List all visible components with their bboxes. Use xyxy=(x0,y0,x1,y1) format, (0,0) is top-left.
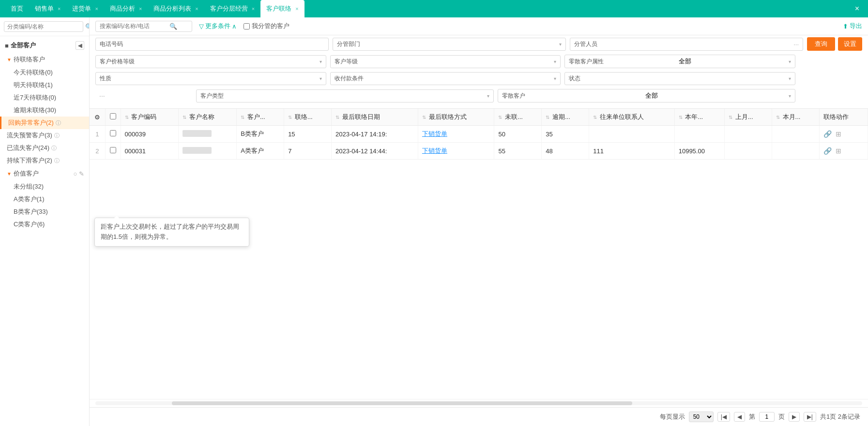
filter-customer-type[interactable]: 客户类型 ▾ xyxy=(196,89,494,103)
total-label: 共1页 2条记录 xyxy=(820,412,860,421)
sidebar-collapse-btn[interactable]: ◀ xyxy=(76,41,84,50)
th-name-sort-icon[interactable]: ⇅ xyxy=(183,115,186,120)
th-code-sort-icon[interactable]: ⇅ xyxy=(125,115,129,120)
my-customers-checkbox[interactable]: 我分管的客户 xyxy=(244,22,289,30)
filter-customer-grade-label: 客户等级 xyxy=(335,58,552,66)
nav-purchase[interactable]: 进货单 × xyxy=(66,0,104,17)
prev-page-btn[interactable]: ◀ xyxy=(734,412,745,422)
th-unlink-sort-icon[interactable]: ⇅ xyxy=(498,115,502,120)
sidebar-item-class-a[interactable]: A类客户(1) xyxy=(0,193,89,206)
sidebar-all-customers[interactable]: ■ 全部客户 ◀ xyxy=(0,38,89,53)
per-page-select[interactable]: 50 20 100 xyxy=(689,411,714,422)
select-all-checkbox[interactable] xyxy=(110,113,116,119)
td-method-link-0[interactable]: 下销货单 xyxy=(422,130,447,137)
td-method-1[interactable]: 下销货单 xyxy=(418,143,494,160)
row-checkbox-1[interactable] xyxy=(110,147,116,153)
last-page-btn[interactable]: ▶| xyxy=(804,412,816,422)
filter-manager[interactable]: 分管人员 ··· xyxy=(570,38,803,51)
sidebar-item-repurchase-abnormal[interactable]: 回购异常客户(2) ⓘ xyxy=(0,117,89,129)
nav-product-list-close[interactable]: × xyxy=(195,0,198,17)
nav-product-analysis[interactable]: 商品分析 × xyxy=(104,0,148,17)
sidebar-item-ungroup[interactable]: 未分组(32) xyxy=(0,180,89,193)
th-year-sort-icon[interactable]: ⇅ xyxy=(679,115,683,120)
nav-product-list[interactable]: 商品分析列表 × xyxy=(148,0,204,17)
nav-purchase-label: 进货单 xyxy=(72,0,91,17)
td-thismonth-0 xyxy=(772,126,819,143)
filter-more-conditions[interactable]: ▽ 更多条件 ∧ xyxy=(196,20,240,32)
info-icon-churn-warning: ⓘ xyxy=(54,132,60,139)
action-grid-icon-0[interactable]: ⊞ xyxy=(836,130,841,138)
td-overdue-0: 35 xyxy=(542,126,589,143)
sidebar-item-today[interactable]: 今天待联络(0) xyxy=(0,66,89,79)
th-method-sort-icon[interactable]: ⇅ xyxy=(422,115,426,120)
export-button[interactable]: ⬆ 导出 xyxy=(843,22,862,30)
next-page-btn[interactable]: ▶ xyxy=(789,412,800,422)
row-checkbox-0[interactable] xyxy=(110,130,116,136)
settings-button[interactable]: 设置 xyxy=(838,37,862,51)
action-link-icon-0[interactable]: 🔗 xyxy=(823,130,832,138)
sidebar-item-churn-warning[interactable]: 流失预警客户(3) ⓘ xyxy=(0,129,89,142)
sidebar-item-declining[interactable]: 持续下滑客户(2) ⓘ xyxy=(0,154,89,167)
sidebar-item-7days[interactable]: 近7天待联络(0) xyxy=(0,91,89,104)
action-grid-icon-1[interactable]: ⊞ xyxy=(836,147,841,155)
sidebar-search-input[interactable] xyxy=(4,21,83,32)
sidebar-item-overdue[interactable]: 逾期未联络(30) xyxy=(0,104,89,117)
action-icons-1: 🔗 ⊞ xyxy=(823,147,864,155)
sidebar-pending-title[interactable]: ▼ 待联络客户 xyxy=(0,53,89,66)
sidebar-item-churned[interactable]: 已流失客户(24) ⓘ xyxy=(0,142,89,154)
td-index-1: 2 xyxy=(90,143,105,160)
th-contact-sort-icon[interactable]: ⇅ xyxy=(288,115,292,120)
td-method-0[interactable]: 下销货单 xyxy=(418,126,494,143)
sidebar-search-icon[interactable]: 🔍 xyxy=(85,23,90,30)
th-date-sort-icon[interactable]: ⇅ xyxy=(335,115,339,120)
nav-sales-close[interactable]: × xyxy=(58,0,61,17)
td-method-link-1[interactable]: 下销货单 xyxy=(422,147,447,154)
th-checkbox[interactable] xyxy=(105,109,121,126)
nav-customer-contact-close[interactable]: × xyxy=(295,0,298,17)
nav-customer-tier[interactable]: 客户分层经营 × xyxy=(204,0,260,17)
sidebar-value-title[interactable]: ▼ 价值客户 ○ ✎ xyxy=(0,167,89,180)
filter-dept[interactable]: 分管部门 ▾ xyxy=(333,38,566,51)
td-checkbox-1[interactable] xyxy=(105,143,121,160)
nav-home[interactable]: 首页 xyxy=(5,0,29,17)
scrollbar-thumb[interactable] xyxy=(172,401,632,405)
value-group-edit-icon[interactable]: ○ ✎ xyxy=(74,170,84,177)
th-contacts-person: ⇅ 往来单位联系人 xyxy=(589,109,674,126)
my-customers-check[interactable] xyxy=(244,23,250,29)
td-checkbox-0[interactable] xyxy=(105,126,121,143)
filter-status[interactable]: 状态 ▾ xyxy=(564,72,795,85)
query-button[interactable]: 查询 xyxy=(807,37,835,51)
filter-price-grade[interactable]: 客户价格等级 ▾ xyxy=(95,55,326,68)
filter-search-icon[interactable]: 🔍 xyxy=(169,23,177,30)
first-page-btn[interactable]: |◀ xyxy=(717,412,730,422)
filter-row4-dots[interactable]: ··· xyxy=(95,90,129,102)
th-contacts-sort-icon[interactable]: ⇅ xyxy=(593,115,597,120)
page-input[interactable] xyxy=(759,412,775,422)
th-lastmonth-sort-icon[interactable]: ⇅ xyxy=(729,115,732,120)
th-thismonth-sort-icon[interactable]: ⇅ xyxy=(776,115,780,120)
filter-nature[interactable]: 性质 ▾ xyxy=(95,72,326,85)
sidebar-item-class-c[interactable]: C类客户(6) xyxy=(0,218,89,231)
sidebar-item-class-b[interactable]: B类客户(33) xyxy=(0,206,89,218)
th-settings[interactable]: ⚙ xyxy=(90,109,105,126)
nav-customer-tier-close[interactable]: × xyxy=(252,0,255,17)
filter-retail-customer[interactable]: 零散客户 全部 ▾ xyxy=(498,89,795,103)
filter-payment[interactable]: 收付款条件 ▾ xyxy=(330,72,561,85)
filter-phone[interactable]: 电话号码 xyxy=(95,38,329,51)
filter-customer-grade[interactable]: 客户等级 ▾ xyxy=(330,55,561,68)
filter-search-input[interactable] xyxy=(100,23,168,29)
nav-product-analysis-close[interactable]: × xyxy=(139,0,142,17)
window-close-button[interactable]: × xyxy=(851,4,863,13)
action-link-icon-1[interactable]: 🔗 xyxy=(823,147,832,155)
sidebar-item-tomorrow[interactable]: 明天待联络(1) xyxy=(0,79,89,91)
filter-manager-dots[interactable]: ··· xyxy=(793,41,799,48)
nav-sales[interactable]: 销售单 × xyxy=(29,0,66,17)
th-type-sort-icon[interactable]: ⇅ xyxy=(241,115,244,120)
th-overdue-sort-icon[interactable]: ⇅ xyxy=(546,115,549,120)
filter-retail-attr[interactable]: 零散客户属性 全部 ▾ xyxy=(564,55,795,68)
td-contacts-0 xyxy=(589,126,674,143)
nav-customer-contact[interactable]: 客户联络 × xyxy=(260,0,304,17)
nav-purchase-close[interactable]: × xyxy=(95,0,98,17)
td-contact-0: 15 xyxy=(284,126,332,143)
td-thismonth-1 xyxy=(772,143,819,160)
